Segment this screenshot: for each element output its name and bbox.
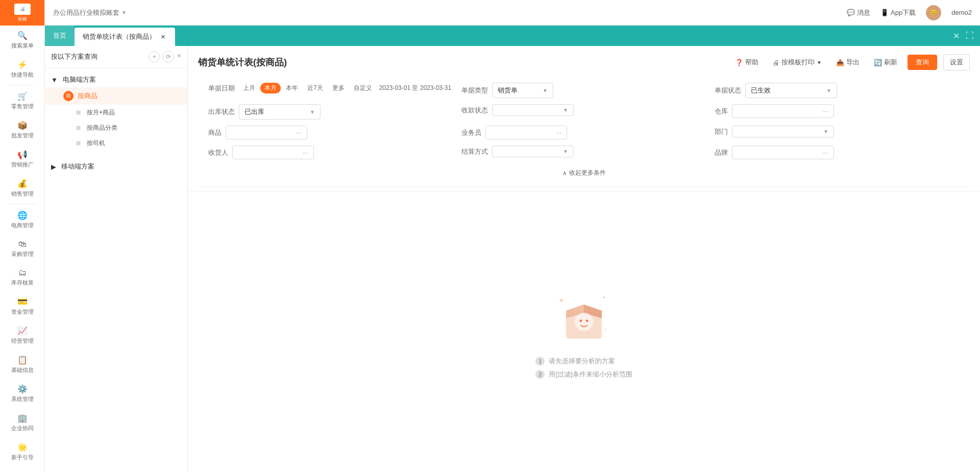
warehouse-out-filter-group: 出库状态 已出库 ▼	[208, 104, 453, 120]
date-range-value: 2023-03-01 至 2023-03-31	[379, 84, 451, 92]
date-tab-custom[interactable]: 自定义	[350, 83, 376, 93]
logo[interactable]: 📊 标账	[0, 0, 44, 26]
date-tab-this-year[interactable]: 本年	[282, 83, 302, 93]
payment-label: 结算方式	[461, 147, 488, 156]
sidebar-item-operation[interactable]: 📈 经营管理	[0, 321, 44, 350]
by-product-icon: 商	[63, 91, 74, 101]
tab-report[interactable]: 销货单统计表（按商品） ✕	[75, 28, 175, 46]
collapse-panel-button[interactable]: «	[177, 51, 181, 62]
sidebar-item-retail-label: 零售管理	[11, 103, 34, 110]
date-tab-last-month[interactable]: 上月	[239, 83, 259, 93]
left-panel: 按以下方案查询 + ⟳ « ▼ 电脑端方案 商 按商品 ⊞ 按月	[45, 46, 188, 472]
brand-dots-select[interactable]: ···	[732, 146, 834, 159]
sidebar-item-inventory[interactable]: 🗂 库存核算	[0, 263, 44, 292]
svg-text:✦: ✦	[558, 296, 565, 304]
sidebar-item-inventory-label: 库存核算	[11, 279, 34, 287]
finance-icon: 💳	[17, 297, 28, 306]
tree-item-by-cashier[interactable]: ⊞ 按司机	[45, 135, 187, 151]
brand-filter-group: 品牌 ···	[715, 146, 960, 159]
staff-filter-group: 业务员 ···	[461, 126, 706, 139]
warehouse-dots-icon: ···	[823, 107, 828, 115]
staff-dots-select[interactable]: ···	[485, 126, 567, 139]
by-cashier-icon: ⊞	[74, 138, 83, 148]
template-print-button[interactable]: 🖨 按模板打印 ▼	[769, 56, 826, 69]
product-dots-select[interactable]: ···	[226, 126, 307, 139]
tree-section-mobile: ▶ 移动端方案	[45, 155, 187, 178]
sidebar-item-app-center[interactable]: 🔲 应用中心	[0, 466, 44, 472]
sidebar-item-ecommerce-label: 电商管理	[11, 222, 34, 229]
inventory-icon: 🗂	[18, 268, 27, 277]
help-button[interactable]: ❓ 帮助	[731, 56, 763, 69]
date-tab-7days[interactable]: 近7天	[303, 83, 327, 93]
user-avatar[interactable]: 😊	[926, 5, 941, 20]
collapse-bar[interactable]: ∧ 收起更多条件	[208, 166, 960, 180]
account-selector[interactable]: 办公用品行业模拟账套 ▼	[53, 8, 127, 17]
settings-button[interactable]: 设置	[943, 54, 970, 70]
sidebar-item-finance[interactable]: 💳 资金管理	[0, 292, 44, 321]
tab-home[interactable]: 首页	[45, 26, 75, 46]
dept-select[interactable]: ▼	[732, 126, 834, 137]
doc-status-select[interactable]: 已生效 ▼	[745, 83, 837, 98]
tree-item-by-month-product[interactable]: ⊞ 按月+商品	[45, 105, 187, 120]
close-tab-icon[interactable]: ✕	[159, 33, 167, 41]
sidebar-item-retail[interactable]: 🛒 零售管理	[0, 86, 44, 115]
tree-arrow-collapsed-icon: ▶	[51, 163, 56, 171]
sidebar-item-enterprise[interactable]: 🏢 企业协同	[0, 408, 44, 437]
print-dropdown-icon: ▼	[817, 60, 822, 65]
ecommerce-icon: 🌐	[17, 210, 28, 220]
query-button[interactable]: 查询	[908, 55, 937, 70]
messages-button[interactable]: 💬 消息	[847, 8, 870, 17]
refresh-button[interactable]: 🔄 刷新	[870, 56, 901, 69]
top-bar-right: 💬 消息 📱 App下载 😊 demo2	[847, 5, 972, 20]
chevron-down-icon: ▼	[121, 10, 127, 15]
svg-point-1	[575, 313, 593, 331]
sidebar-item-newbie[interactable]: 🌟 新手引导	[0, 437, 44, 466]
dept-filter-group: 部门 ▼	[715, 126, 960, 137]
receiver-dots-select[interactable]: ···	[232, 146, 314, 159]
warehouse-out-control: 已出库 ▼	[239, 104, 453, 120]
by-cashier-label: 按司机	[87, 139, 105, 148]
export-button[interactable]: 📤 导出	[832, 56, 864, 69]
tree-header-pc[interactable]: ▼ 电脑端方案	[45, 72, 187, 87]
close-window-icon[interactable]: ✕	[951, 29, 962, 43]
receiver-label: 收货人	[208, 148, 228, 157]
date-tab-this-month[interactable]: 本月	[260, 83, 281, 93]
payment-select[interactable]: ▼	[492, 146, 574, 157]
sidebar-item-quicknav[interactable]: ⚡ 快捷导航	[0, 55, 44, 84]
svg-point-3	[586, 319, 589, 322]
tree-item-by-product[interactable]: 商 按商品	[45, 87, 187, 105]
sidebar-item-basic[interactable]: 📋 基础信息	[0, 350, 44, 379]
user-name[interactable]: demo2	[951, 9, 972, 16]
empty-hint-2: 2 用[过滤]条件来缩小分析范围	[535, 370, 632, 379]
app-download-button[interactable]: 📱 App下载	[880, 8, 916, 17]
by-category-label: 按商品分类	[87, 124, 117, 132]
sidebar-item-purchase[interactable]: 🛍 采购管理	[0, 234, 44, 263]
doc-type-select[interactable]: 销货单 ▼	[492, 83, 553, 98]
hint-1-text: 请先选择要分析的方案	[549, 357, 615, 366]
tree-item-by-category[interactable]: ⊞ 按商品分类	[45, 120, 187, 135]
sidebar-item-system[interactable]: ⚙️ 系统管理	[0, 379, 44, 408]
by-month-product-label: 按月+商品	[87, 108, 115, 117]
add-scheme-button[interactable]: +	[149, 51, 160, 62]
collection-select[interactable]: ▼	[492, 104, 574, 116]
warehouse-filter-group: 仓库 ···	[715, 104, 960, 118]
sidebar-item-search[interactable]: 🔍 搜索菜单	[0, 26, 44, 55]
payment-control: ▼	[492, 146, 706, 157]
brand-dots-icon: ···	[823, 149, 828, 156]
warehouse-dots-select[interactable]: ···	[732, 104, 834, 118]
logo-icon: 📊	[14, 4, 31, 15]
divider-2	[9, 204, 35, 204]
maximize-icon[interactable]: ⛶	[964, 29, 976, 42]
date-tab-more[interactable]: 更多	[328, 83, 349, 93]
tree-header-mobile[interactable]: ▶ 移动端方案	[45, 159, 187, 174]
sidebar-item-wholesale[interactable]: 📦 批发管理	[0, 115, 44, 145]
sidebar-item-sales[interactable]: 💰 销售管理	[0, 174, 44, 203]
sidebar-item-ecommerce[interactable]: 🌐 电商管理	[0, 205, 44, 234]
sidebar-item-marketing[interactable]: 📢 营销推广	[0, 145, 44, 174]
top-bar: 办公用品行业模拟账套 ▼ 💬 消息 📱 App下载 😊 demo2	[45, 0, 980, 26]
refresh-scheme-button[interactable]: ⟳	[163, 51, 174, 62]
doc-type-label: 单据类型	[461, 86, 488, 95]
sidebar-item-system-label: 系统管理	[11, 395, 34, 403]
warehouse-out-select[interactable]: 已出库 ▼	[239, 104, 321, 120]
doc-type-arrow-icon: ▼	[543, 88, 548, 93]
